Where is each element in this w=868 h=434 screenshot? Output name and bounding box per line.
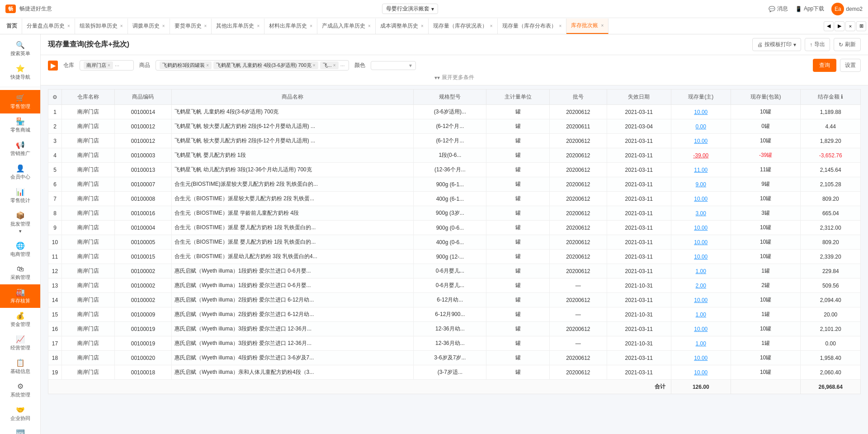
row-qty-main[interactable]: 10.00 xyxy=(671,351,731,365)
sidebar-item-purchase[interactable]: 🛍 采购管理 xyxy=(0,261,40,284)
tab-close-icon[interactable]: × xyxy=(162,24,165,28)
warehouse-filter-group[interactable]: 南岸门店 × ··· xyxy=(80,60,134,71)
row-qty-main[interactable]: 10.00 xyxy=(671,250,731,264)
sidebar-item-guide[interactable]: 🆕 新手引导 xyxy=(0,425,40,434)
row-warehouse: 南岸门店 xyxy=(62,278,115,293)
sidebar-item-retail-stats[interactable]: 📊 零售统计 xyxy=(0,184,40,208)
tab-yaohuo[interactable]: 要货单历史 × xyxy=(170,19,212,34)
tab-expand-btn[interactable]: ⊞ xyxy=(856,21,866,31)
row-qty-main[interactable]: 10.00 xyxy=(671,293,731,307)
sidebar-item-member[interactable]: 👤 会员中心 xyxy=(0,160,40,184)
sidebar-item-collab[interactable]: 🤝 企业协同 xyxy=(0,402,40,425)
product-tag-3-close-icon[interactable]: × xyxy=(333,63,336,68)
tab-liaoliaochuku[interactable]: 材料出库单历史 × xyxy=(264,19,317,34)
row-qty-main[interactable]: 2.00 xyxy=(671,278,731,293)
sidebar-item-retail-shop[interactable]: 🏪 零售商城 xyxy=(0,113,40,137)
row-unit: 罐 xyxy=(486,148,549,163)
sidebar-item-wholesale[interactable]: 📦 批发管理 ▾ xyxy=(0,208,40,238)
color-expand-icon[interactable]: ▾ xyxy=(409,62,412,69)
sidebar-item-quicknav[interactable]: ⭐ 快捷导航 xyxy=(0,61,40,84)
sidebar-purchase-label: 采购管理 xyxy=(10,274,30,281)
tab-fenliangpandian[interactable]: 分量盘点单历史 × xyxy=(22,19,75,34)
col-settings[interactable]: ⚙ xyxy=(48,90,62,105)
workspace-select[interactable]: 母婴行业演示账套 ▾ xyxy=(382,4,438,14)
query-btn[interactable]: 查询 xyxy=(813,59,836,72)
sidebar-item-retail[interactable]: 🛒 零售管理 xyxy=(0,90,40,113)
row-qty-main[interactable]: 1.00 xyxy=(671,307,731,322)
settings-btn[interactable]: 设置 xyxy=(840,59,861,72)
sidebar-item-system[interactable]: ⚙ 系统管理 xyxy=(0,378,40,402)
tab-close-icon[interactable]: × xyxy=(310,24,312,28)
print-btn[interactable]: 🖨 按模板打印 ▾ xyxy=(752,38,801,51)
row-qty-main[interactable]: 10.00 xyxy=(671,105,731,119)
warehouse-tag-close-icon[interactable]: × xyxy=(108,63,110,68)
tab-close-icon[interactable]: × xyxy=(368,24,371,28)
table-row: 13 南岸门店 00100002 惠氏启赋（Wyeth illuma）1段奶粉 … xyxy=(48,278,861,293)
row-qty-main[interactable]: -39.00 xyxy=(671,148,731,163)
tab-xiancunliang-kuangkuang[interactable]: 现存量（库存状况表） × xyxy=(429,19,498,34)
page-actions: 🖨 按模板打印 ▾ ↑ 导出 ↻ 刷新 xyxy=(752,38,861,51)
row-qty-main[interactable]: 3.00 xyxy=(671,206,731,221)
sidebar-item-operations[interactable]: 📈 经营管理 xyxy=(0,331,40,355)
row-qty-main[interactable]: 1.00 xyxy=(671,336,731,351)
row-name: 惠氏启赋（Wyeth illuma）亲和人体儿童配方奶粉4段（3... xyxy=(172,365,414,380)
row-qty-main[interactable]: 1.00 xyxy=(671,264,731,278)
tab-close-icon[interactable]: × xyxy=(601,23,604,28)
tab-kucunpici[interactable]: 库存批次账 × xyxy=(566,19,609,34)
sidebar-item-marketing[interactable]: 📢 营销推广 xyxy=(0,137,40,160)
user-area[interactable]: Ea demo2 xyxy=(831,3,863,15)
tab-qitachuku[interactable]: 其他出库单历史 × xyxy=(212,19,264,34)
row-expire: 2021-03-11 xyxy=(607,264,671,278)
sidebar-item-ecommerce[interactable]: 🌐 电商管理 xyxy=(0,238,40,261)
product-tag-1-close-icon[interactable]: × xyxy=(206,63,209,68)
sidebar-item-search[interactable]: 🔍 搜索英单 xyxy=(0,37,40,61)
tab-close-icon[interactable]: × xyxy=(204,24,207,28)
filter-toggle-btn[interactable]: ▶ xyxy=(48,61,58,71)
row-qty-main[interactable]: 10.00 xyxy=(671,221,731,235)
row-code: 00100016 xyxy=(114,206,172,221)
tab-chengbentiaozhen[interactable]: 成本调整单历史 × xyxy=(376,19,429,34)
tab-close-icon[interactable]: × xyxy=(120,24,123,28)
row-qty-main[interactable]: 10.00 xyxy=(671,365,731,380)
export-btn[interactable]: ↑ 导出 xyxy=(805,38,830,51)
tab-close-icon[interactable]: × xyxy=(67,24,70,28)
tab-close-icon[interactable]: × xyxy=(559,24,562,28)
tab-zuzhuangchaijian[interactable]: 组装拆卸单历史 × xyxy=(75,19,128,34)
tab-home[interactable]: 首页 xyxy=(2,19,22,34)
tab-close-icon[interactable]: × xyxy=(257,24,259,28)
refresh-btn[interactable]: ↻ 刷新 xyxy=(834,38,861,51)
tab-prev-btn[interactable]: ◀ xyxy=(824,21,834,31)
sidebar-item-finance[interactable]: 💰 资金管理 xyxy=(0,308,40,331)
expand-conditions-btn[interactable]: ▾▾ 展开更多条件 xyxy=(434,74,474,81)
sidebar-item-inventory[interactable]: 🏭 库存核算 xyxy=(0,284,40,308)
row-spec: (12-36个月... xyxy=(414,163,486,177)
table-row: 3 南岸门店 00100012 飞鹤星飞帆 较大婴儿配方奶粉 2段(6-12个月… xyxy=(48,134,861,148)
row-qty-main[interactable]: 10.00 xyxy=(671,322,731,336)
retail-icon: 🛒 xyxy=(16,94,25,102)
row-qty-pkg: 10罐 xyxy=(731,351,801,365)
row-qty-main[interactable]: 9.00 xyxy=(671,177,731,192)
row-batch: 20200612 xyxy=(549,365,607,380)
message-btn[interactable]: 💬 消息 xyxy=(769,5,788,13)
row-qty-main[interactable]: 11.00 xyxy=(671,163,731,177)
product-tag-2-close-icon[interactable]: × xyxy=(313,63,316,68)
row-qty-main[interactable]: 10.00 xyxy=(671,235,731,250)
row-qty-main[interactable]: 10.00 xyxy=(671,134,731,148)
warehouse-more-icon[interactable]: ··· xyxy=(115,62,119,69)
product-filter-group[interactable]: 飞鹤奶粉3段四罐装 × 飞鹤星飞帆 儿童奶粉 4段(3-6岁适用) 700克 ×… xyxy=(156,60,349,71)
tab-chanpinruku[interactable]: 产成品入库单历史 × xyxy=(317,19,376,34)
product-more-icon[interactable]: ··· xyxy=(340,62,345,69)
tab-close-icon[interactable]: × xyxy=(490,24,493,28)
tab-next-btn[interactable]: ▶ xyxy=(835,21,844,31)
row-code: 00100002 xyxy=(114,264,172,278)
tab-xiancunliang-fenbiao[interactable]: 现存量（库存分布表） × xyxy=(498,19,567,34)
color-filter-group[interactable]: ▾ xyxy=(371,61,416,70)
sidebar-marketing-label: 营销推广 xyxy=(10,150,30,157)
row-qty-main[interactable]: 0.00 xyxy=(671,119,731,134)
tab-close-icon[interactable]: × xyxy=(421,24,424,28)
tab-diaobo[interactable]: 调拨单历史 × xyxy=(128,19,170,34)
sidebar-item-basic[interactable]: 📋 基础信息 xyxy=(0,355,40,378)
app-download-btn[interactable]: 📱 App下载 xyxy=(795,5,824,13)
row-qty-main[interactable]: 10.00 xyxy=(671,192,731,206)
tab-close-all-btn[interactable]: × xyxy=(845,21,855,31)
